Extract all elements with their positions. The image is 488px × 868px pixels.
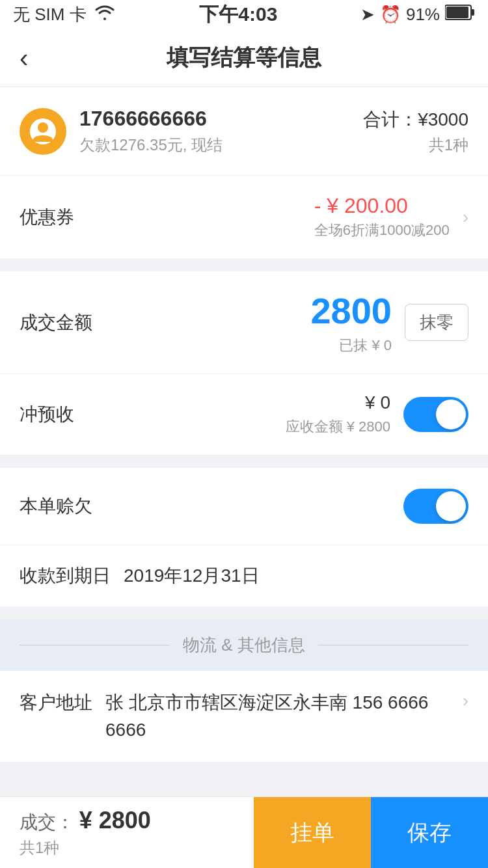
alarm-icon: ⏰ [380, 5, 401, 25]
customer-phone: 17666666666 [79, 107, 223, 131]
prepay-amount-col: ¥ 0 应收金额 ¥ 2800 [286, 392, 390, 437]
address-row[interactable]: 客户地址 张 北京市市辖区海淀区永丰南 156 6666 6666 › [0, 671, 488, 762]
footer: 成交： ¥ 2800 共1种 挂单 保存 [0, 796, 488, 868]
battery-icon [445, 4, 475, 25]
round-zero-button[interactable]: 抹零 [405, 304, 468, 341]
section-gap-1 [0, 258, 488, 271]
svg-rect-1 [446, 7, 468, 18]
coupon-desc: 全场6折满1000减200 [314, 221, 450, 240]
customer-debt: 欠款1276.35元, 现结 [79, 135, 223, 156]
status-time: 下午4:03 [199, 1, 277, 28]
logistics-line-right [318, 645, 468, 645]
back-button[interactable]: ‹ [20, 45, 28, 71]
sim-status: 无 SIM 卡 [13, 3, 87, 26]
deal-sub: 已抹 ¥ 0 [310, 336, 392, 355]
address-content: 张 北京市市辖区海淀区永丰南 156 6666 6666 [105, 689, 450, 744]
debit-row: 本单赊欠 [0, 468, 488, 545]
status-left: 无 SIM 卡 [13, 3, 116, 26]
footer-deal: 成交： ¥ 2800 [20, 807, 234, 835]
duedate-label: 收款到期日 [20, 563, 111, 588]
prepay-row: 冲预收 ¥ 0 应收金额 ¥ 2800 [0, 373, 488, 455]
debit-toggle[interactable] [403, 489, 468, 524]
section-gap-3 [0, 606, 488, 619]
svg-rect-2 [471, 9, 474, 16]
prepay-amount: ¥ 0 [286, 392, 390, 413]
address-label: 客户地址 [20, 690, 92, 715]
deal-label: 成交金额 [20, 310, 92, 335]
toggle-knob [436, 400, 466, 429]
section-gap-2 [0, 455, 488, 468]
status-bar: 无 SIM 卡 下午4:03 ➤ ⏰ 91% [0, 0, 488, 29]
prepay-sub: 应收金额 ¥ 2800 [286, 417, 390, 437]
battery-level: 91% [406, 5, 440, 25]
customer-row: 17666666666 欠款1276.35元, 现结 合计：¥3000 共1种 [0, 87, 488, 176]
total-count: 共1种 [363, 135, 468, 156]
nav-bar: ‹ 填写结算等信息 [0, 29, 488, 87]
logistics-line-left [20, 645, 170, 645]
footer-deal-amount: ¥ 2800 [79, 807, 151, 834]
status-right: ➤ ⏰ 91% [360, 4, 475, 25]
deal-amount-col: 2800 已抹 ¥ 0 [310, 290, 392, 355]
coupon-row[interactable]: 优惠券 - ¥ 200.00 全场6折满1000减200 › [0, 176, 488, 258]
deal-row: 成交金额 2800 已抹 ¥ 0 抹零 [0, 271, 488, 373]
hang-order-button[interactable]: 挂单 [254, 797, 371, 869]
avatar [20, 108, 66, 155]
prepay-toggle[interactable] [403, 397, 468, 432]
debit-label: 本单赊欠 [20, 494, 92, 519]
prepay-label: 冲预收 [20, 402, 74, 427]
footer-count: 共1种 [20, 837, 234, 858]
coupon-discount: - ¥ 200.00 [314, 194, 450, 218]
footer-info: 成交： ¥ 2800 共1种 [0, 807, 254, 858]
customer-total: 合计：¥3000 共1种 [363, 107, 468, 156]
deal-amount: 2800 [310, 290, 392, 332]
coupon-info: - ¥ 200.00 全场6折满1000减200 [314, 194, 450, 240]
coupon-right: - ¥ 200.00 全场6折满1000减200 › [314, 194, 468, 240]
svg-point-3 [38, 122, 48, 133]
page-title: 填写结算等信息 [167, 43, 321, 73]
deal-right: 2800 已抹 ¥ 0 抹零 [310, 290, 468, 355]
wifi-icon [93, 3, 116, 26]
duedate-row: 收款到期日 2019年12月31日 [0, 545, 488, 606]
customer-info: 17666666666 欠款1276.35元, 现结 [79, 107, 223, 156]
coupon-label: 优惠券 [20, 205, 74, 230]
save-button[interactable]: 保存 [371, 797, 488, 869]
total-amount: 合计：¥3000 [363, 107, 468, 132]
logistics-text: 物流 & 其他信息 [183, 634, 305, 657]
debit-toggle-knob [436, 491, 466, 521]
prepay-right: ¥ 0 应收金额 ¥ 2800 [286, 392, 468, 437]
duedate-value: 2019年12月31日 [124, 563, 260, 588]
address-chevron-icon: › [463, 690, 468, 711]
logistics-header: 物流 & 其他信息 [0, 619, 488, 671]
location-icon: ➤ [360, 5, 375, 25]
footer-deal-label: 成交： [20, 812, 74, 832]
avatar-icon [30, 118, 56, 144]
coupon-chevron-icon: › [463, 207, 468, 228]
